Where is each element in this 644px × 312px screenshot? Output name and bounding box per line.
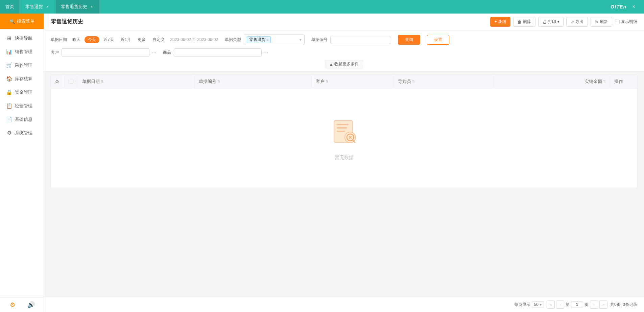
refresh-button-label: 刷新 [600,19,608,25]
sidebar-item-purchase-label: 采购管理 [15,62,32,68]
sound-icon: 🔊 [27,301,35,309]
date-btn-yesterday[interactable]: 昨天 [70,36,83,43]
date-filter: 单据日期 昨天 今天 近7天 近1月 更多 自定义 2023-06-02 至 2… [51,36,218,43]
customer-ellipsis-button[interactable]: ··· [152,50,156,55]
window-close-button[interactable]: × [629,2,639,12]
collapse-bar: ▲ 收起更多条件 [51,60,637,68]
customer-sort-icon[interactable]: ⇅ [326,80,328,83]
collapse-icon: ▲ [329,62,333,67]
number-sort-icon[interactable]: ⇅ [217,80,220,83]
query-button[interactable]: 查询 [398,35,420,45]
sidebar-item-system[interactable]: ⚙ 系统管理 [2,127,42,139]
new-button[interactable]: + 新增 [490,17,510,27]
guide-sort-icon[interactable]: ⇅ [412,80,415,83]
refresh-button[interactable]: ↻ 刷新 [591,17,612,27]
sidebar-item-sales[interactable]: 📊 销售管理 [2,45,42,58]
date-btn-1month[interactable]: 近1月 [118,36,134,43]
empty-text: 暂无数据 [335,155,354,161]
inventory-icon: 🏠 [6,76,12,82]
doc-number-input[interactable] [330,36,391,44]
customer-filter: 客户 ··· [51,48,156,57]
show-detail-label: 显示明细 [621,19,637,25]
page-header: 零售退货历史 + 新增 🗑 删除 🖨 打印 ▾ ↗ 导出 [44,14,644,30]
select-all-checkbox[interactable] [69,79,73,84]
tab-retail-return-close[interactable]: × [45,4,50,9]
export-icon: ↗ [571,20,574,24]
table-number-header-label: 单据编号 [199,79,216,85]
first-page-icon: « [550,302,552,307]
table-guide-header-label: 导购员 [398,79,411,85]
table-customer-header: 客户 ⇅ [311,75,393,88]
print-dropdown-icon: ▾ [557,20,559,24]
tab-home-label: 首页 [5,4,14,10]
sidebar-item-purchase[interactable]: 🛒 采购管理 [2,59,42,72]
doc-type-select[interactable]: 零售退货 × ▾ [244,35,305,45]
table-container: ⚙ 单据日期 ⇅ 单据编号 [44,71,644,297]
settings-filter-button[interactable]: 设置 [427,35,449,45]
export-button[interactable]: ↗ 导出 [566,17,588,27]
page-title: 零售退货历史 [51,18,83,25]
tab-retail-return-history-close[interactable]: × [89,4,94,9]
prev-page-button[interactable]: ‹ [556,300,564,309]
next-page-button[interactable]: › [590,300,598,309]
page-number-input[interactable] [571,301,583,308]
doc-type-select-inner: 零售退货 × [247,36,271,43]
query-button-label: 查询 [405,37,413,43]
content-area: 零售退货历史 + 新增 🗑 删除 🖨 打印 ▾ ↗ 导出 [44,14,644,312]
table-settings-icon[interactable]: ⚙ [55,79,59,84]
sidebar-item-sales-label: 销售管理 [15,49,32,55]
table-checkbox-header [65,75,78,88]
prev-page-icon: ‹ [559,302,561,307]
delete-button[interactable]: 🗑 删除 [513,17,535,27]
sidebar-item-system-label: 系统管理 [15,130,32,136]
sidebar-item-quick-nav[interactable]: ⊞ 快捷导航 [2,32,42,45]
amount-sort-icon[interactable]: ⇅ [603,80,606,83]
date-sort-icon[interactable]: ⇅ [101,80,103,83]
delete-icon: 🗑 [518,20,522,24]
tab-retail-return-history[interactable]: 零售退货历史 × [55,0,100,14]
page-size-select: 每页显示 50 ▾ [514,301,544,308]
filter-area: 单据日期 昨天 今天 近7天 近1月 更多 自定义 2023-06-02 至 2… [44,30,644,71]
print-button[interactable]: 🖨 打印 ▾ [538,17,564,27]
empty-icon [327,115,361,149]
doc-type-tag-close[interactable]: × [266,38,268,42]
page-size-value: 50 [534,302,539,307]
tab-home[interactable]: 首页 [0,0,20,14]
goods-filter: 商品 ··· [163,48,268,57]
sidebar-item-finance[interactable]: 🔒 资金管理 [2,86,42,99]
collapse-button[interactable]: ▲ 收起更多条件 [325,60,363,68]
goods-input[interactable] [174,48,262,57]
table-date-header-label: 单据日期 [82,79,100,85]
delete-button-label: 删除 [523,19,531,25]
svg-rect-2 [337,127,347,129]
table-amount-header: 实销金额 ⇅ [493,75,610,88]
sidebar-item-inventory[interactable]: 🏠 库存核算 [2,72,42,85]
sidebar: 🔍 搜索菜单 ⊞ 快捷导航 📊 销售管理 🛒 采购管理 🏠 库存核算 🔒 [0,14,44,312]
goods-ellipsis-button[interactable]: ··· [264,50,268,55]
sidebar-search-button[interactable]: 🔍 搜索菜单 [0,14,44,29]
brand-label: OfTEn [611,4,626,9]
new-button-label: + 新增 [495,19,506,25]
sidebar-item-basic-info[interactable]: 📄 基础信息 [2,113,42,126]
total-records-label: 共0页, 0条记录 [610,302,637,308]
doc-number-filter: 单据编号 [311,36,391,44]
sidebar-item-operations-label: 经营管理 [15,103,32,109]
svg-rect-3 [337,131,345,132]
tab-retail-return[interactable]: 零售退货 × [20,0,55,14]
sidebar-item-operations[interactable]: 📋 经营管理 [2,99,42,112]
first-page-button[interactable]: « [547,300,555,309]
date-range-display: 2023-06-02 至 2023-06-02 [170,37,218,43]
date-btn-custom[interactable]: 自定义 [150,36,167,43]
date-btn-7days[interactable]: 近7天 [101,36,117,43]
sidebar-settings-button[interactable]: ⚙ [7,299,18,310]
table-actions-header-label: 操作 [614,79,623,84]
date-btn-today[interactable]: 今天 [85,36,99,43]
date-btn-more[interactable]: 更多 [135,36,148,43]
filter-row-1: 单据日期 昨天 今天 近7天 近1月 更多 自定义 2023-06-02 至 2… [51,35,637,45]
customer-input[interactable] [62,48,149,57]
last-page-button[interactable]: » [599,300,607,309]
system-icon: ⚙ [6,130,12,136]
show-detail-checkbox[interactable]: 显示明细 [615,19,637,25]
sidebar-sound-button[interactable]: 🔊 [26,299,37,310]
page-size-dropdown[interactable]: 50 ▾ [532,301,544,308]
